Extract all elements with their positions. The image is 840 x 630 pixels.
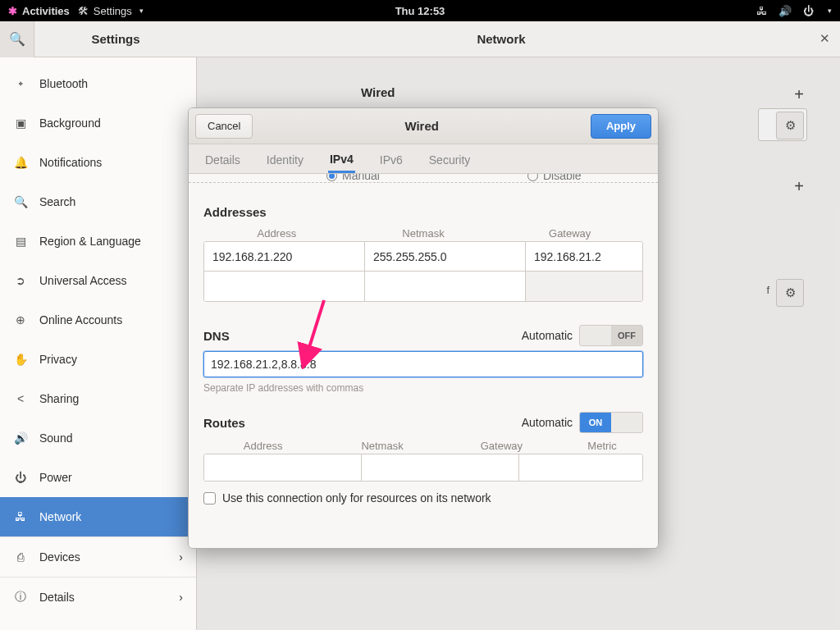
- sidebar-item-universal-access[interactable]: ➲Universal Access: [0, 261, 196, 300]
- radio-label: Manual: [342, 174, 380, 182]
- dns-hint: Separate IP addresses with commas: [203, 382, 643, 394]
- close-button[interactable]: ✕: [819, 31, 830, 46]
- checkbox-label: Use this connection only for resources o…: [222, 491, 491, 504]
- netmask-input[interactable]: [365, 272, 526, 301]
- addresses-label: Addresses: [203, 205, 643, 219]
- power-icon: ⏻: [13, 471, 28, 484]
- share-icon: <: [13, 392, 28, 405]
- sidebar-item-notifications[interactable]: 🔔Notifications: [0, 143, 196, 182]
- ipv4-page: Manual Disable Addresses Address Netmask…: [189, 174, 658, 548]
- sidebar-item-sharing[interactable]: <Sharing: [0, 379, 196, 418]
- sidebar-item-details[interactable]: ⓘDetails›: [0, 578, 196, 617]
- clock[interactable]: Thu 12:53: [395, 5, 445, 17]
- routes-automatic-switch[interactable]: ON OFF: [579, 412, 643, 433]
- info-icon: ⓘ: [13, 590, 28, 605]
- tab-identity[interactable]: Identity: [265, 147, 305, 171]
- radio-dot-icon: [326, 174, 337, 181]
- sidebar-item-label: Privacy: [39, 353, 77, 366]
- power-icon[interactable]: ⏻: [803, 5, 814, 17]
- panel-title: Network: [197, 32, 840, 46]
- dialog-headerbar: Cancel Wired Apply: [189, 108, 658, 144]
- col-gateway: Gateway: [496, 227, 643, 240]
- tab-details[interactable]: Details: [203, 147, 242, 171]
- dialog-title: Wired: [253, 119, 590, 133]
- sidebar-item-region[interactable]: ▤Region & Language: [0, 221, 196, 261]
- address-input[interactable]: [204, 272, 365, 301]
- activities-label: Activities: [22, 5, 70, 17]
- activities-icon: ✱: [8, 5, 17, 17]
- sidebar-item-power[interactable]: ⏻Power: [0, 458, 196, 497]
- method-manual-radio[interactable]: Manual: [326, 174, 380, 182]
- bell-icon: 🔔: [13, 156, 28, 169]
- sidebar-item-label: Sound: [39, 431, 72, 445]
- sidebar-item-label: Region & Language: [39, 235, 141, 248]
- accessibility-icon: ➲: [13, 274, 28, 287]
- sidebar-item-label: Search: [39, 195, 75, 208]
- apply-button[interactable]: Apply: [591, 114, 651, 139]
- sidebar-item-bluetooth[interactable]: ᛭Bluetooth: [0, 64, 196, 103]
- cloud-icon: ⊕: [13, 313, 28, 326]
- app-menu-label: Settings: [94, 5, 132, 17]
- gateway-input[interactable]: [526, 242, 643, 271]
- globe-icon: ▤: [13, 235, 28, 248]
- col-metric: Metric: [561, 440, 643, 452]
- col-netmask: Netmask: [350, 227, 497, 240]
- tab-ipv6[interactable]: IPv6: [378, 147, 404, 171]
- automatic-label: Automatic: [522, 416, 573, 429]
- hand-icon: ✋: [13, 353, 28, 366]
- sidebar-item-label: Devices: [39, 550, 80, 564]
- apply-label: Apply: [606, 120, 636, 132]
- speaker-icon: 🔊: [13, 431, 28, 445]
- sidebar-item-background[interactable]: ▣Background: [0, 103, 196, 143]
- dns-automatic-switch[interactable]: ON OFF: [579, 325, 643, 346]
- sidebar-item-sound[interactable]: 🔊Sound: [0, 418, 196, 458]
- sidebar-item-label: Online Accounts: [39, 313, 122, 326]
- sidebar-item-online-accounts[interactable]: ⊕Online Accounts: [0, 300, 196, 340]
- devices-icon: ⎙: [13, 550, 28, 564]
- network-indicator-icon[interactable]: 🖧: [756, 5, 767, 17]
- chevron-right-icon: ›: [179, 550, 183, 564]
- netmask-input[interactable]: [365, 242, 526, 271]
- switch-off-label: OFF: [611, 326, 642, 345]
- col-address: Address: [203, 227, 350, 240]
- tab-security[interactable]: Security: [427, 147, 472, 171]
- address-row-empty: ✕: [204, 272, 642, 301]
- switch-on-label: ON: [580, 413, 611, 432]
- sidebar-item-search[interactable]: 🔍Search: [0, 182, 196, 221]
- close-icon: ✕: [819, 31, 830, 45]
- radio-dot-icon: [527, 174, 538, 181]
- activities-button[interactable]: ✱ Activities: [8, 5, 70, 17]
- sidebar-item-label: Universal Access: [39, 274, 127, 287]
- volume-icon[interactable]: 🔊: [778, 5, 792, 17]
- dns-servers-input[interactable]: [203, 351, 643, 377]
- search-icon: 🔍: [9, 31, 25, 47]
- switch-off-label: OFF: [611, 413, 642, 432]
- route-address-input[interactable]: [204, 454, 362, 481]
- automatic-label: Automatic: [522, 329, 573, 342]
- radio-label: Disable: [543, 174, 582, 182]
- search-button[interactable]: 🔍: [0, 21, 34, 57]
- col-gateway: Gateway: [442, 440, 561, 452]
- system-menu-chevron-icon[interactable]: ▾: [828, 7, 832, 15]
- switch-on-label: ON: [580, 326, 611, 345]
- route-netmask-input[interactable]: [362, 454, 519, 481]
- app-menu[interactable]: 🛠 Settings ▾: [78, 5, 144, 17]
- route-gateway-input[interactable]: [519, 454, 643, 481]
- sidebar-item-devices[interactable]: ⎙Devices›: [0, 537, 196, 577]
- routes-table: ✕: [203, 454, 643, 482]
- cancel-button[interactable]: Cancel: [195, 114, 253, 139]
- gateway-input[interactable]: [526, 272, 643, 301]
- addresses-table: ✕ ✕: [203, 241, 643, 302]
- sidebar-item-label: Sharing: [39, 392, 79, 405]
- sidebar-item-network[interactable]: 🖧Network: [0, 497, 196, 536]
- checkbox-icon: [203, 492, 216, 504]
- sidebar-item-privacy[interactable]: ✋Privacy: [0, 340, 196, 379]
- chevron-right-icon: ›: [179, 591, 183, 604]
- settings-sidebar: ᛭Bluetooth ▣Background 🔔Notifications 🔍S…: [0, 57, 197, 630]
- only-resources-checkbox[interactable]: Use this connection only for resources o…: [203, 491, 643, 504]
- address-input[interactable]: [204, 242, 365, 271]
- tab-ipv4[interactable]: IPv4: [328, 146, 355, 173]
- method-disable-radio[interactable]: Disable: [527, 174, 582, 182]
- dialog-tabs: Details Identity IPv4 IPv6 Security: [189, 144, 658, 174]
- sidebar-item-label: Network: [39, 510, 81, 523]
